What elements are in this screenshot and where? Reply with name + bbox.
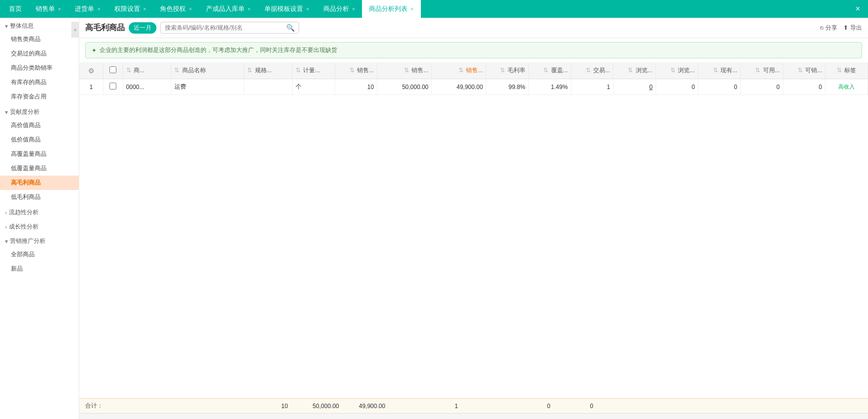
row-trade: 1 xyxy=(571,79,613,95)
nav-purchase-close[interactable]: × xyxy=(97,6,100,12)
nav-template-settings-close[interactable]: × xyxy=(306,6,309,12)
col-header-stock-cur[interactable]: ⇅ 现有... xyxy=(698,62,741,79)
nav-product-inbound[interactable]: 产成品入库单 × xyxy=(199,0,257,18)
info-icon: ✦ xyxy=(92,47,97,54)
sort-icon-sales-amt: ⇅ xyxy=(404,67,409,74)
share-button[interactable]: ⎋ 分享 xyxy=(820,24,837,32)
table-header-row: ⚙ ⇅ 商... ⇅ 商品名称 xyxy=(79,62,868,79)
row-unit: 个 xyxy=(293,79,335,95)
footer-trade: 1 xyxy=(455,403,458,410)
col-header-unit[interactable]: ⇅ 计量... xyxy=(293,62,335,79)
sidebar-item-stock-capital[interactable]: 库存资金占用 xyxy=(0,90,79,104)
row-stock-cur: 0 xyxy=(698,79,741,95)
nav-purchase[interactable]: 进货单 × xyxy=(68,0,107,18)
col-header-coverage[interactable]: ⇅ 覆盖... xyxy=(528,62,571,79)
col-header-tag[interactable]: ⇅ 标签 xyxy=(825,62,868,79)
export-button[interactable]: ⬆ 导出 xyxy=(843,24,862,32)
sort-icon-gross: ⇅ xyxy=(500,67,505,74)
table-row: 1 0000... 运费 个 10 50,000.00 49,900.00 99… xyxy=(79,79,868,95)
sort-icon-coverage: ⇅ xyxy=(543,67,548,74)
sidebar-item-sales-goods[interactable]: 销售类商品 xyxy=(0,32,79,47)
browse1-link[interactable]: 0 xyxy=(649,84,653,91)
table-container: ⚙ ⇅ 商... ⇅ 商品名称 xyxy=(79,62,868,398)
nav-product-analysis-close[interactable]: × xyxy=(352,6,355,12)
search-box[interactable]: 🔍 xyxy=(160,22,299,34)
row-name: 运费 xyxy=(171,79,244,95)
search-input[interactable] xyxy=(165,24,286,31)
section-growth-arrow: › xyxy=(5,224,7,231)
sidebar-item-new-goods[interactable]: 新品 xyxy=(0,262,79,276)
row-browse2: 0 xyxy=(656,79,698,95)
sort-icon-unit: ⇅ xyxy=(296,67,301,74)
row-coverage: 1.49% xyxy=(528,79,571,95)
footer-sales-cost: 49,900.00 xyxy=(359,403,385,410)
window-close-button[interactable]: × xyxy=(850,0,866,18)
nav-template-settings[interactable]: 单据模板设置 × xyxy=(257,0,316,18)
sidebar-item-low-value[interactable]: 低价值商品 xyxy=(0,133,79,147)
row-tag: 高收入 xyxy=(825,79,868,95)
col-header-sales-cost[interactable]: ⇅ 销售... xyxy=(432,62,486,79)
sidebar-section-trend[interactable]: › 流趋性分析 xyxy=(0,204,79,219)
col-header-settings[interactable]: ⚙ xyxy=(79,62,103,79)
footer-label: 合计： xyxy=(85,402,103,410)
col-header-sales-amt[interactable]: ⇅ 销售... xyxy=(377,62,432,79)
sidebar-item-traded-goods[interactable]: 交易过的商品 xyxy=(0,47,79,61)
nav-product-analysis[interactable]: 商品分析 × xyxy=(316,0,362,18)
sort-icon-stock-avail: ⇅ xyxy=(755,67,760,74)
col-header-spec[interactable]: ⇅ 规格... xyxy=(244,62,293,79)
settings-icon[interactable]: ⚙ xyxy=(88,67,95,75)
row-browse1[interactable]: 0 xyxy=(613,79,656,95)
share-icon: ⎋ xyxy=(820,24,823,31)
sidebar-item-high-value[interactable]: 高价值商品 xyxy=(0,118,79,133)
tag-label: 高收入 xyxy=(838,84,855,90)
sidebar-section-overall[interactable]: ▾ 整体信息 xyxy=(0,18,79,32)
sidebar-item-low-coverage[interactable]: 低覆盖量商品 xyxy=(0,161,79,176)
sidebar-section-growth[interactable]: › 成长性分析 xyxy=(0,219,79,233)
col-header-browse2[interactable]: ⇅ 浏览... xyxy=(656,62,698,79)
row-stock-sale: 0 xyxy=(783,79,825,95)
nav-role-auth[interactable]: 角色授权 × xyxy=(153,0,199,18)
main-layout: « ▾ 整体信息 销售类商品 交易过的商品 商品分类助销率 有库存的商品 库存资… xyxy=(0,18,868,419)
nav-role-auth-close[interactable]: × xyxy=(189,6,192,12)
col-header-name[interactable]: ⇅ 商品名称 xyxy=(171,62,244,79)
row-stock-avail: 0 xyxy=(741,79,783,95)
nav-sales-order[interactable]: 销售单 × xyxy=(29,0,68,18)
nav-product-analysis-list[interactable]: 商品分析列表 × xyxy=(362,0,420,18)
nav-sales-order-close[interactable]: × xyxy=(58,6,61,12)
nav-product-analysis-list-close[interactable]: × xyxy=(410,6,413,12)
row-sales-amt: 50,000.00 xyxy=(377,79,432,95)
select-all-checkbox[interactable] xyxy=(109,66,116,73)
sort-icon-tag: ⇅ xyxy=(837,67,842,74)
search-icon[interactable]: 🔍 xyxy=(286,24,295,32)
sidebar-item-category-sales-rate[interactable]: 商品分类助销率 xyxy=(0,61,79,75)
section-trend-arrow: › xyxy=(5,209,7,216)
col-header-trade[interactable]: ⇅ 交易... xyxy=(571,62,613,79)
sort-icon-browse1: ⇅ xyxy=(628,67,633,74)
col-header-code[interactable]: ⇅ 商... xyxy=(123,62,171,79)
col-header-browse1[interactable]: ⇅ 浏览... xyxy=(613,62,656,79)
row-checkbox[interactable] xyxy=(109,83,116,90)
filter-recent-month-button[interactable]: 近一月 xyxy=(129,22,156,34)
sidebar-section-contribution[interactable]: ▾ 贡献度分析 xyxy=(0,104,79,118)
header-actions: ⎋ 分享 ⬆ 导出 xyxy=(820,24,862,32)
sidebar-item-high-gross[interactable]: 高毛利商品 xyxy=(0,176,79,190)
nav-permissions[interactable]: 权限设置 × xyxy=(107,0,153,18)
nav-home[interactable]: 首页 xyxy=(2,0,29,18)
sidebar-item-high-coverage[interactable]: 高覆盖量商品 xyxy=(0,147,79,161)
sidebar-section-marketing[interactable]: ▾ 营销推广分析 xyxy=(0,233,79,247)
col-header-stock-sale[interactable]: ⇅ 可销... xyxy=(783,62,825,79)
col-header-gross-margin[interactable]: ⇅ 毛利率 xyxy=(486,62,529,79)
nav-product-inbound-close[interactable]: × xyxy=(248,6,251,12)
col-header-stock-avail[interactable]: ⇅ 可用... xyxy=(741,62,783,79)
sidebar-item-low-gross[interactable]: 低毛利商品 xyxy=(0,190,79,204)
data-table: ⚙ ⇅ 商... ⇅ 商品名称 xyxy=(79,62,868,95)
row-check[interactable] xyxy=(103,79,123,95)
sidebar-item-in-stock-goods[interactable]: 有库存的商品 xyxy=(0,75,79,90)
nav-permissions-close[interactable]: × xyxy=(143,6,146,12)
sort-icon-sales-qty: ⇅ xyxy=(350,67,355,74)
col-header-check[interactable] xyxy=(103,62,123,79)
col-header-sales-qty[interactable]: ⇅ 销售... xyxy=(335,62,377,79)
sidebar-collapse-button[interactable]: « xyxy=(71,22,79,38)
scroll-bar-area[interactable] xyxy=(79,413,868,419)
sidebar-item-all-goods[interactable]: 全部商品 xyxy=(0,247,79,262)
